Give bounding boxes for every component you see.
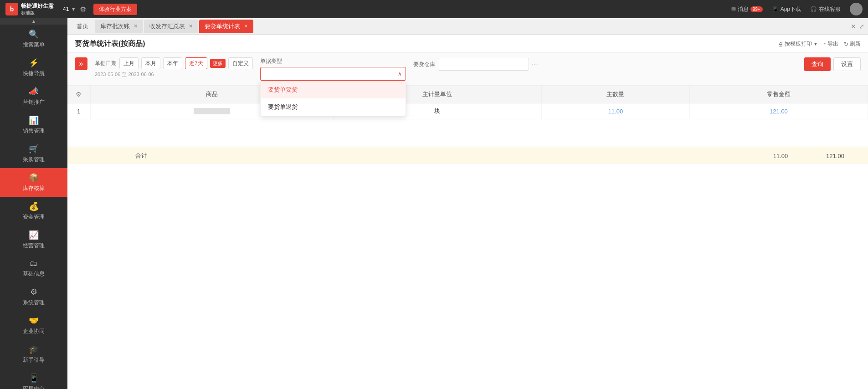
sidebar-label-system: 系统管理 <box>23 299 45 307</box>
print-label: 按模板打印 <box>785 40 812 48</box>
export-icon: ↑ <box>823 41 826 47</box>
tab-window-expand-icon[interactable]: ⤢ <box>859 23 864 30</box>
inventory-icon: 📦 <box>29 173 39 183</box>
main-layout: ▲ 🔍 搜索菜单 ⚡ 快捷导航 📣 营销推广 📊 销售管理 🛒 采购管理 📦 库… <box>0 18 868 389</box>
warehouse-label: 要货仓库 <box>413 61 435 68</box>
sidebar-item-guide[interactable]: 🎓 新手引导 <box>0 340 67 369</box>
purchase-icon: 🛒 <box>29 144 39 154</box>
tab-inventory-batch[interactable]: 库存批次账 ✕ <box>95 20 143 33</box>
sidebar-item-shortcut[interactable]: ⚡ 快捷导航 <box>0 53 67 82</box>
row-amount: 121.00 <box>689 103 868 119</box>
sidebar-item-operation[interactable]: 📈 经营管理 <box>0 225 67 254</box>
message-btn[interactable]: ✉ 消息 99+ <box>731 5 763 13</box>
type-dropdown: 要货单要货 要货单退货 <box>260 81 406 116</box>
warehouse-more-icon[interactable]: ⋯ <box>532 61 538 68</box>
sidebar-item-cooperation[interactable]: 🤝 企业协同 <box>0 311 67 340</box>
tab-home-label: 首页 <box>77 22 88 31</box>
topbar-right: ✉ 消息 99+ 📱 App下载 🎧 在线客服 <box>731 3 863 15</box>
app-logo: b 畅捷通好生意 标准版 <box>5 2 54 16</box>
filter-expand-btn[interactable]: » <box>75 57 87 70</box>
print-btn[interactable]: 🖨 按模板打印 ▼ <box>778 40 818 48</box>
sidebar-item-search[interactable]: 🔍 搜索菜单 <box>0 25 67 53</box>
col-settings[interactable]: ⚙ <box>67 86 90 103</box>
btn-last-month[interactable]: 上月 <box>119 57 139 69</box>
user-avatar[interactable] <box>850 3 863 15</box>
tab-close-receivable-summary[interactable]: ✕ <box>189 23 193 29</box>
guide-icon: 🎓 <box>29 344 39 354</box>
tab-close-order-stats[interactable]: ✕ <box>244 23 248 29</box>
sidebar-label-cooperation: 企业协同 <box>23 328 45 335</box>
btn-more[interactable]: 更多 <box>210 59 226 68</box>
tab-order-stats[interactable]: 要货单统计表 ✕ <box>199 20 253 33</box>
tab-order-stats-label: 要货单统计表 <box>205 22 240 31</box>
tab-bar: 首页 库存批次账 ✕ 收发存汇总表 ✕ 要货单统计表 ✕ ✕ ⤢ <box>67 18 868 35</box>
sidebar-item-system[interactable]: ⚙ 系统管理 <box>0 282 67 311</box>
filter-bar: » 单据日期 上月 本月 本年 近7天 更多 自定义 2023-05-06 至 … <box>67 53 868 86</box>
dropdown-item-return[interactable]: 要货单退货 <box>261 98 406 116</box>
sales-icon: 📊 <box>29 115 39 125</box>
sidebar-item-finance[interactable]: 💰 资金管理 <box>0 197 67 225</box>
app-center-icon: 📱 <box>29 373 39 383</box>
col-amount: 零售金额 <box>689 86 868 103</box>
query-btn[interactable]: 查询 <box>804 57 831 71</box>
sidebar: ▲ 🔍 搜索菜单 ⚡ 快捷导航 📣 营销推广 📊 销售管理 🛒 采购管理 📦 库… <box>0 18 67 389</box>
operation-icon: 📈 <box>29 230 39 240</box>
sidebar-label-guide: 新手引导 <box>23 356 45 364</box>
date-range-text: 2023-05-06 至 2023-06-06 <box>95 71 253 78</box>
tab-bar-actions: ✕ ⤢ <box>851 23 868 30</box>
table-settings-icon[interactable]: ⚙ <box>76 91 82 98</box>
product-placeholder <box>194 108 230 114</box>
row-seq: 1 <box>67 103 90 119</box>
mobile-icon: 📱 <box>772 6 779 12</box>
cooperation-icon: 🤝 <box>29 316 39 326</box>
store-selector[interactable]: 41 ▼ <box>63 6 76 12</box>
refresh-btn[interactable]: ↻ 刷新 <box>844 40 861 48</box>
topbar: b 畅捷通好生意 标准版 41 ▼ ⚙ 体验行业方案 ✉ 消息 99+ 📱 Ap… <box>0 0 868 18</box>
type-filter-label: 单据类型 <box>260 57 406 65</box>
sidebar-scroll-up[interactable]: ▲ <box>0 18 67 25</box>
tab-close-inventory-batch[interactable]: ✕ <box>134 23 138 29</box>
print-dropdown-icon: ▼ <box>813 41 818 46</box>
industry-btn[interactable]: 体验行业方案 <box>93 4 137 15</box>
warehouse-input[interactable] <box>438 58 529 71</box>
btn-last7days[interactable]: 近7天 <box>185 57 207 69</box>
finance-icon: 💰 <box>29 201 39 211</box>
app-download-btn[interactable]: 📱 App下载 <box>772 5 801 13</box>
footer-amount: 121.00 <box>808 153 863 159</box>
footer-total-label: 合计 <box>135 152 147 159</box>
sidebar-item-sales[interactable]: 📊 销售管理 <box>0 111 67 139</box>
topbar-gear-icon[interactable]: ⚙ <box>80 5 86 14</box>
date-filter-group: 单据日期 上月 本月 本年 近7天 更多 自定义 2023-05-06 至 20… <box>95 57 253 78</box>
type-select[interactable]: ∧ <box>260 67 406 81</box>
sidebar-label-search: 搜索菜单 <box>23 41 45 49</box>
btn-custom[interactable]: 自定义 <box>228 57 253 69</box>
page-header: 要货单统计表(按商品) 🖨 按模板打印 ▼ ↑ 导出 ↻ 刷新 <box>67 35 868 53</box>
export-btn[interactable]: ↑ 导出 <box>823 40 838 48</box>
table-area: ⚙ 商品 主计量单位 主数量 零 <box>67 86 868 147</box>
btn-this-year[interactable]: 本年 <box>163 57 182 69</box>
shortcut-icon: ⚡ <box>29 58 39 68</box>
sidebar-item-purchase[interactable]: 🛒 采购管理 <box>0 139 67 168</box>
export-label: 导出 <box>827 40 838 48</box>
print-icon: 🖨 <box>778 41 783 47</box>
sidebar-label-operation: 经营管理 <box>23 242 45 250</box>
dropdown-item-order[interactable]: 要货单要货 <box>261 81 406 98</box>
sidebar-item-inventory[interactable]: 📦 库存核算 <box>0 168 67 197</box>
row-qty: 11.00 <box>541 103 689 119</box>
date-filter-label: 单据日期 <box>95 60 117 67</box>
tab-home[interactable]: 首页 <box>71 20 94 33</box>
sidebar-item-basic[interactable]: 🗂 基础信息 <box>0 254 67 282</box>
sidebar-label-marketing: 营销推广 <box>23 98 45 106</box>
btn-this-month[interactable]: 本月 <box>141 57 160 69</box>
sidebar-item-app-center[interactable]: 📱 应用中心 <box>0 369 67 389</box>
logo-icon: b <box>5 3 18 15</box>
tab-receivable-summary[interactable]: 收发存汇总表 ✕ <box>144 20 198 33</box>
basic-icon: 🗂 <box>30 259 38 268</box>
online-service-btn[interactable]: 🎧 在线客服 <box>810 5 841 13</box>
settings-btn[interactable]: 设置 <box>833 57 861 71</box>
tab-window-close-icon[interactable]: ✕ <box>851 23 856 30</box>
message-label: 消息 <box>738 5 749 13</box>
sidebar-label-finance: 资金管理 <box>23 213 45 221</box>
sidebar-item-marketing[interactable]: 📣 营销推广 <box>0 82 67 111</box>
type-select-arrow-icon: ∧ <box>398 71 402 77</box>
